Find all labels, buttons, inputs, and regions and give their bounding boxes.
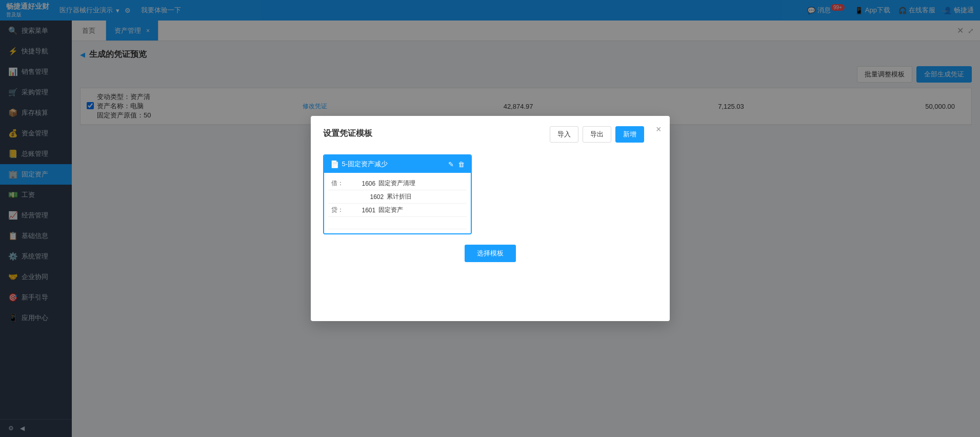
template-entry-0: 借： 1606 固定资产清理 — [328, 177, 467, 190]
entry-type-2: 贷： — [331, 206, 362, 214]
entry-code-2: 1601 — [362, 207, 376, 214]
template-edit-icon[interactable]: ✎ — [448, 161, 454, 168]
entry-name-0: 固定资产清理 — [378, 179, 415, 188]
entry-name-2: 固定资产 — [378, 206, 403, 214]
entry-code-0: 1606 — [362, 180, 376, 187]
modal-action-buttons: 导入 导出 新增 — [550, 126, 644, 143]
modal-close-button[interactable]: × — [656, 124, 662, 135]
template-card[interactable]: 📄 5-固定资产减少 ✎ 🗑 借： 1606 固定资产清理 — [323, 154, 472, 234]
modal-content: 📄 5-固定资产减少 ✎ 🗑 借： 1606 固定资产清理 — [323, 149, 657, 262]
select-template-button[interactable]: 选择模板 — [465, 245, 516, 262]
entry-code-1: 1602 — [370, 193, 384, 201]
template-entry-2: 贷： 1601 固定资产 — [328, 204, 467, 217]
export-button[interactable]: 导出 — [583, 126, 611, 143]
template-actions: ✎ 🗑 — [448, 161, 465, 168]
template-entry-1: 1602 累计折旧 — [328, 190, 467, 204]
template-body: 借： 1606 固定资产清理 1602 累计折旧 贷： 1601 固定资产 — [324, 173, 471, 233]
modal-dialog: 设置凭证模板 × 导入 导出 新增 📄 5-固定资产减少 ✎ 🗑 — [311, 116, 670, 321]
modal-overlay: 设置凭证模板 × 导入 导出 新增 📄 5-固定资产减少 ✎ 🗑 — [0, 0, 980, 437]
template-doc-icon: 📄 — [330, 160, 339, 168]
entry-type-0: 借： — [331, 179, 362, 188]
new-template-button[interactable]: 新增 — [615, 126, 644, 143]
template-empty-row — [328, 217, 467, 229]
template-name: 📄 5-固定资产减少 — [330, 160, 388, 169]
template-header: 📄 5-固定资产减少 ✎ 🗑 — [324, 155, 471, 173]
entry-name-1: 累计折旧 — [387, 192, 411, 201]
template-delete-icon[interactable]: 🗑 — [458, 161, 465, 168]
import-button[interactable]: 导入 — [550, 126, 578, 143]
